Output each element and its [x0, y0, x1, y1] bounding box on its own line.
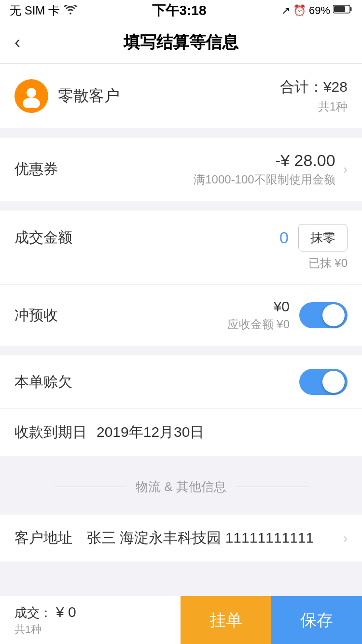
customer-info-right: 合计：¥28 共1种	[280, 77, 348, 114]
svg-point-4	[23, 98, 40, 108]
customer-card: 零散客户 合计：¥28 共1种	[0, 64, 362, 128]
prepay-row: 冲预收 ¥0 应收金额 ¥0	[14, 298, 348, 332]
bottom-deal-label: 成交：	[14, 604, 52, 621]
address-row[interactable]: 客户地址 张三 海淀永丰科技园 11111111111 ›	[0, 515, 362, 561]
toggle-knob-credit	[322, 371, 345, 393]
address-label: 客户地址	[14, 528, 72, 548]
logistics-title: 物流 & 其他信息	[54, 478, 308, 495]
coupon-row[interactable]: 优惠券 -¥ 28.00 满1000-100不限制使用金额 ›	[0, 138, 362, 201]
coupon-desc: 满1000-100不限制使用金额	[194, 172, 335, 187]
due-date-value: 2019年12月30日	[97, 422, 204, 442]
address-value: 张三 海淀永丰科技园 11111111111	[87, 528, 343, 548]
alarm-icon: ⏰	[293, 4, 306, 17]
credit-section: 本单赊欠	[0, 355, 362, 409]
hold-button-label: 挂单	[209, 609, 242, 631]
credit-toggle[interactable]	[299, 369, 348, 395]
location-icon: ↗	[281, 4, 290, 17]
due-date-section: 收款到期日 2019年12月30日	[0, 409, 362, 456]
coupon-amount-block: -¥ 28.00 满1000-100不限制使用金额	[194, 151, 335, 187]
deal-amount-section: 成交金额 0 抹零 已抹 ¥0	[0, 210, 362, 285]
bottom-bar: 成交： ¥ 0 共1种 挂单 保存	[0, 596, 362, 644]
prepay-right: ¥0 应收金额 ¥0	[227, 298, 348, 332]
bottom-deal-info: 成交： ¥ 0 共1种	[0, 604, 181, 637]
deal-amount-row: 成交金额 0 抹零	[14, 224, 348, 252]
svg-rect-1	[350, 7, 351, 11]
total-amount: 合计：¥28	[280, 77, 348, 97]
credit-label: 本单赊欠	[14, 372, 72, 392]
address-card: 客户地址 张三 海淀永丰科技园 11111111111 ›	[0, 515, 362, 561]
prepay-amount-col: ¥0 应收金额 ¥0	[227, 298, 290, 332]
status-time: 下午3:18	[152, 1, 206, 20]
logistics-title-text: 物流 & 其他信息	[136, 478, 226, 495]
divider-5	[0, 505, 362, 515]
battery-percent: 69%	[309, 4, 330, 17]
deal-amount-value: 0	[279, 228, 289, 247]
nav-bar: ‹ 填写结算等信息	[0, 21, 362, 64]
round-button[interactable]: 抹零	[298, 224, 348, 252]
page-title: 填写结算等信息	[124, 31, 238, 54]
deal-amount-card: 成交金额 0 抹零 已抹 ¥0 冲预收 ¥0 应收金额 ¥0	[0, 210, 362, 346]
logistics-header: 物流 & 其他信息	[0, 465, 362, 505]
total-count: 共1种	[280, 99, 348, 114]
customer-info-left: 零散客户	[14, 79, 120, 113]
already-rounded-text: 已抹 ¥0	[14, 255, 348, 271]
battery-icon	[333, 4, 352, 17]
customer-row[interactable]: 零散客户 合计：¥28 共1种	[0, 64, 362, 128]
toggle-knob-prepay	[322, 304, 345, 326]
prepay-label: 冲预收	[14, 306, 58, 325]
bottom-deal-amount: ¥ 0	[56, 604, 76, 620]
hold-button[interactable]: 挂单	[181, 596, 271, 644]
address-chevron-icon: ›	[343, 531, 348, 546]
status-bar: 无 SIM 卡 下午3:18 ↗ ⏰ 69%	[0, 0, 362, 21]
save-button-label: 保存	[300, 609, 333, 631]
coupon-amount: -¥ 28.00	[194, 151, 335, 170]
chevron-right-icon: ›	[343, 162, 348, 177]
bottom-deal-count: 共1种	[14, 622, 166, 637]
content-area: 零散客户 合计：¥28 共1种 优惠券 -¥ 28.00 满1000-100不限…	[0, 64, 362, 619]
prepay-amount: ¥0	[227, 298, 290, 315]
divider-2	[0, 201, 362, 210]
status-left: 无 SIM 卡	[10, 3, 77, 18]
svg-point-3	[27, 88, 36, 98]
divider-1	[0, 128, 362, 138]
wifi-icon	[64, 4, 77, 17]
prepay-toggle[interactable]	[299, 302, 348, 328]
status-right: ↗ ⏰ 69%	[281, 4, 352, 17]
save-button[interactable]: 保存	[271, 596, 362, 644]
prepay-section: 冲预收 ¥0 应收金额 ¥0	[0, 285, 362, 346]
divider-3	[0, 346, 362, 355]
coupon-card: 优惠券 -¥ 28.00 满1000-100不限制使用金额 ›	[0, 138, 362, 201]
divider-4	[0, 456, 362, 465]
deal-amount-label: 成交金额	[14, 228, 72, 248]
avatar	[14, 79, 48, 113]
coupon-label: 优惠券	[14, 159, 58, 179]
svg-rect-2	[334, 6, 345, 12]
back-button[interactable]: ‹	[14, 32, 20, 53]
deal-amount-right: 0 抹零	[279, 224, 348, 252]
prepay-receivable: 应收金额 ¥0	[227, 317, 290, 332]
due-date-label: 收款到期日	[14, 422, 87, 442]
coupon-right: -¥ 28.00 满1000-100不限制使用金额 ›	[194, 151, 348, 187]
credit-card: 本单赊欠 收款到期日 2019年12月30日	[0, 355, 362, 456]
sim-status: 无 SIM 卡	[10, 3, 60, 18]
customer-name: 零散客户	[58, 85, 120, 107]
